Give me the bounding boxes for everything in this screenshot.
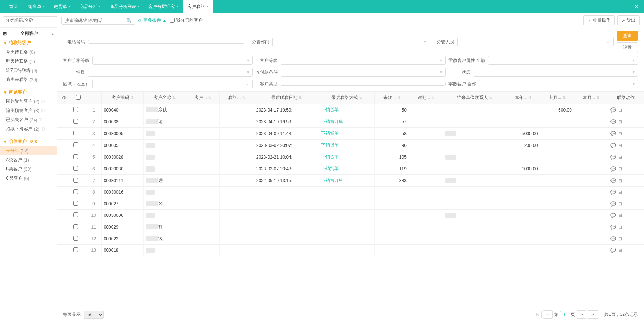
col-last-way[interactable]: 最后联络方式 ⇅	[319, 92, 375, 104]
row-checkbox-cell[interactable]	[71, 116, 86, 128]
nav-product-analysis-close[interactable]: ×	[99, 0, 101, 13]
action-chat-icon[interactable]: 💬	[610, 166, 616, 172]
col-this-month[interactable]: 本月... ⇅	[574, 92, 608, 104]
col-person[interactable]: 往来单位联系人 ⇅	[443, 92, 506, 104]
action-grid-icon[interactable]: ⊞	[618, 178, 622, 183]
row-checkbox[interactable]	[73, 189, 78, 194]
row-last-way[interactable]	[319, 245, 375, 256]
action-grid-icon[interactable]: ⊞	[618, 248, 622, 253]
reset-btn[interactable]: 设置	[617, 42, 638, 53]
filter-retail-select[interactable]: ▾	[479, 80, 638, 88]
nav-customer-contact-close[interactable]: ×	[207, 0, 209, 13]
col-no-days[interactable]: 未联... ⇅	[375, 92, 409, 104]
first-page-btn[interactable]: K	[534, 311, 542, 318]
sidebar-item-overdue[interactable]: 逾期未联络 (30)	[0, 75, 57, 84]
row-checkbox[interactable]	[73, 212, 78, 217]
nav-purchase[interactable]: 进货单 ×	[49, 0, 75, 13]
batch-operation-btn[interactable]: ☑ 批量操作	[583, 15, 615, 25]
action-grid-icon[interactable]: ⊞	[618, 225, 622, 230]
row-checkbox[interactable]	[73, 201, 78, 206]
action-chat-icon[interactable]: 💬	[610, 131, 616, 136]
action-grid-icon[interactable]: ⊞	[618, 166, 622, 172]
row-checkbox[interactable]	[73, 119, 78, 124]
row-last-way[interactable]	[319, 233, 375, 245]
sidebar-item-today[interactable]: 今天待联络 (0)	[0, 47, 57, 57]
action-chat-icon[interactable]: 💬	[610, 178, 616, 183]
action-grid-icon[interactable]: ⊞	[618, 143, 622, 148]
col-contact[interactable]: 联络... ⇅	[220, 92, 254, 104]
row-checkbox-cell[interactable]	[71, 221, 86, 233]
nav-customer-segment[interactable]: 客户分层经客 ×	[144, 0, 183, 13]
action-grid-icon[interactable]: ⊞	[618, 190, 622, 195]
row-checkbox[interactable]	[73, 224, 78, 229]
action-grid-icon[interactable]: ⊞	[618, 119, 622, 124]
last-way-link[interactable]: 下销货单	[321, 142, 339, 148]
filter-nature-select[interactable]: ▾	[88, 68, 253, 77]
row-last-way[interactable]	[319, 198, 375, 210]
filter-retail-attr-select[interactable]: ▾	[488, 56, 638, 65]
last-way-link[interactable]: 下销货单	[321, 166, 339, 171]
row-checkbox-cell[interactable]	[71, 163, 86, 175]
filter-region-select[interactable]: ···	[92, 80, 253, 88]
nav-close-all[interactable]: ×	[632, 3, 641, 10]
next-page-btn[interactable]: ＞	[577, 310, 586, 319]
last-way-link[interactable]: 下销货单	[321, 154, 339, 159]
filter-customer-level-select[interactable]: ▾	[281, 56, 445, 65]
row-checkbox-cell[interactable]	[71, 104, 86, 116]
nav-sales-close[interactable]: ×	[43, 0, 45, 13]
sidebar-search-input[interactable]	[3, 16, 57, 24]
row-checkbox[interactable]	[73, 142, 78, 147]
row-last-way[interactable]: 下销货单	[319, 104, 375, 116]
nav-product-analysis[interactable]: 商品分析 ×	[75, 0, 105, 13]
action-grid-icon[interactable]: ⊞	[618, 107, 622, 113]
row-checkbox-cell[interactable]	[71, 233, 86, 245]
prev-page-btn[interactable]: ＜	[543, 310, 553, 319]
col-settings[interactable]: ⚙	[57, 92, 71, 104]
row-checkbox[interactable]	[73, 107, 78, 112]
action-grid-icon[interactable]: ⊞	[618, 201, 622, 207]
action-chat-icon[interactable]: 💬	[610, 143, 616, 148]
sidebar-item-warning[interactable]: 流失预警客户 (3) ⓘ	[0, 106, 57, 115]
my-customers-checkbox[interactable]	[170, 18, 175, 23]
last-way-link[interactable]: 下销货单	[321, 131, 339, 136]
sidebar-item-abnormal[interactable]: 囤购异常客户 (2) ⓘ	[0, 97, 57, 106]
row-last-way[interactable]: 下销货单	[319, 128, 375, 140]
filter-phone-input[interactable]	[88, 40, 244, 44]
filter-price-level-select[interactable]: ▾	[92, 56, 253, 65]
col-type[interactable]: 客户... ⇅	[186, 92, 219, 104]
per-page-select[interactable]: 50 100 200	[84, 311, 104, 319]
row-checkbox-cell[interactable]	[71, 198, 86, 210]
sidebar-item-tomorrow[interactable]: 明天待联络 (1)	[0, 57, 57, 66]
sidebar-item-declining[interactable]: 持续下滑客户 (2) ⓘ	[0, 124, 57, 134]
nav-home[interactable]: 首页	[3, 0, 24, 13]
action-chat-icon[interactable]: 💬	[610, 248, 616, 253]
filter-person-select[interactable]: ···	[457, 38, 614, 46]
sidebar-collapse-icon[interactable]: «	[52, 32, 54, 36]
row-checkbox[interactable]	[73, 178, 78, 183]
row-checkbox-cell[interactable]	[71, 175, 86, 187]
nav-product-list-close[interactable]: ×	[138, 0, 140, 13]
col-overdue[interactable]: 逾期... ⇅	[409, 92, 443, 104]
row-checkbox-cell[interactable]	[71, 245, 86, 256]
action-chat-icon[interactable]: 💬	[610, 201, 616, 207]
action-grid-icon[interactable]: ⊞	[618, 155, 622, 160]
query-btn[interactable]: 查询	[617, 31, 638, 41]
col-name[interactable]: 客户名称 ⇅	[144, 92, 186, 104]
refresh-icon[interactable]: ↺	[29, 139, 33, 144]
row-checkbox[interactable]	[73, 247, 78, 252]
filter-more-btn[interactable]: ⊘ 更多条件 ▲	[138, 17, 167, 24]
sidebar-item-classC[interactable]: C类客户 (6)	[0, 174, 57, 183]
last-way-link[interactable]: 下销售订单	[321, 178, 343, 183]
action-grid-icon[interactable]: ⊞	[618, 236, 622, 241]
action-chat-icon[interactable]: 💬	[610, 119, 616, 124]
nav-customer-contact[interactable]: 客户联络 ×	[183, 0, 213, 13]
sidebar-all-customers[interactable]: ⊞ 全部客户 «	[0, 28, 57, 38]
nav-purchase-close[interactable]: ×	[68, 0, 71, 13]
row-last-way[interactable]: 下销货单	[319, 151, 375, 163]
last-page-btn[interactable]: ＞|	[588, 310, 598, 319]
row-last-way[interactable]: 下销售订单	[319, 175, 375, 187]
row-checkbox-cell[interactable]	[71, 128, 86, 140]
export-btn[interactable]: ↗ 导出	[617, 15, 640, 25]
filter-dept-select[interactable]: ▾	[272, 38, 429, 46]
filter-status-select[interactable]: ▾	[474, 68, 638, 77]
